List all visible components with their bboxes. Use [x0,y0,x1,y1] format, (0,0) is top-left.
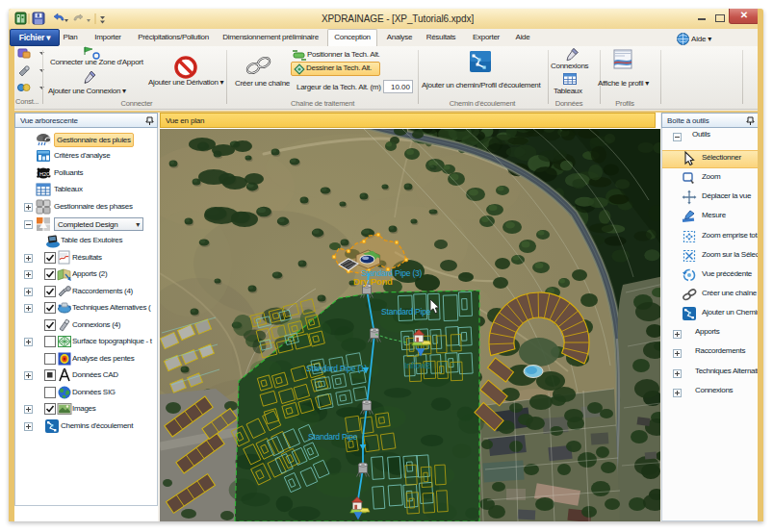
svg-text:Standard Pipe (1): Standard Pipe (1) [306,364,368,373]
svg-text:Standard Pipe: Standard Pipe [381,307,431,317]
svg-text:Standard Pipe: Standard Pipe [308,432,358,442]
svg-text:Dry Pond: Dry Pond [353,276,393,287]
svg-text:Inflow2: Inflow2 [404,361,430,370]
svg-text:H2O: H2O [39,171,51,177]
